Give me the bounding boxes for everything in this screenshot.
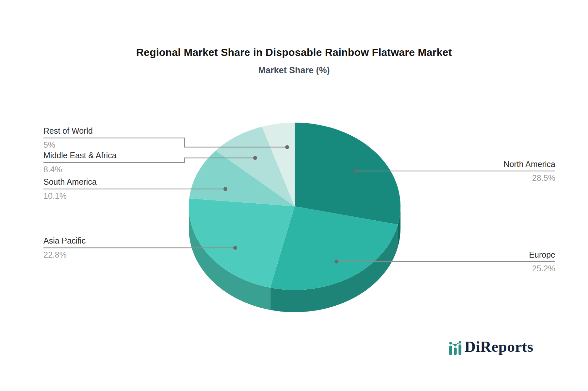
label-north-america: North America [504, 159, 555, 169]
label-asia-pacific: Asia Pacific [43, 236, 86, 246]
direports-logo-text: DiReports [465, 339, 533, 354]
label-south-america: South America [43, 177, 97, 187]
bar-line-chart-icon [449, 341, 463, 356]
value-asia-pacific: 22.8% [43, 250, 67, 260]
value-north-america: 28.5% [532, 173, 555, 183]
value-middle-east-africa: 8.4% [43, 164, 62, 174]
leader-dot-asia-pacific [233, 246, 237, 250]
leader-dot-north-america [354, 169, 358, 173]
leader-dot-europe [335, 260, 338, 264]
pie-chart [0, 0, 588, 391]
value-rest-of-world: 5% [43, 140, 55, 150]
chart-canvas: Regional Market Share in Disposable Rain… [0, 0, 588, 391]
leader-dot-rest-of-world [285, 145, 289, 149]
value-europe: 25.2% [532, 264, 555, 273]
leader-dot-south-america [223, 187, 227, 191]
direports-logo: DiReports [449, 339, 533, 356]
label-rest-of-world: Rest of World [43, 126, 93, 136]
label-middle-east-africa: Middle East & Africa [43, 150, 117, 160]
value-south-america: 10.1% [43, 191, 67, 201]
leader-dot-middle-east-africa [253, 156, 257, 160]
label-europe: Europe [529, 250, 555, 260]
